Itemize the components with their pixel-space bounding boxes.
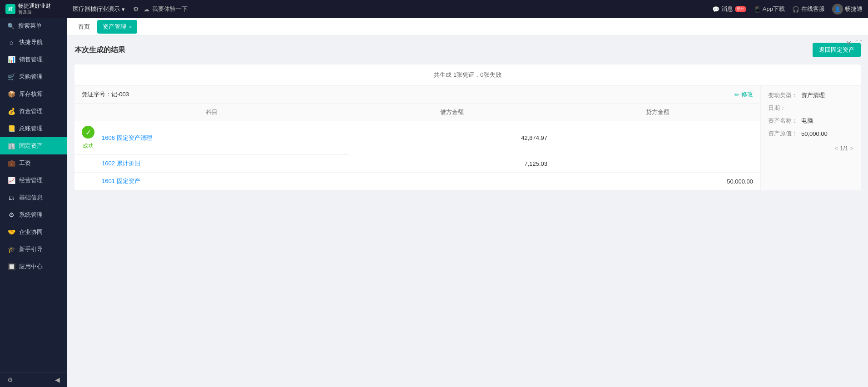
voucher-main: 凭证字号：记-003 ✏ 修改 科目 借方金额 贷 xyxy=(74,86,761,190)
sidebar: 🔍 搜索菜单 ⌂ 快捷导航 📊 销售管理 🛒 采购管理 📦 库存核算 💰 资金管… xyxy=(0,18,67,387)
online-service-label: 在线客服 xyxy=(801,5,825,13)
experience-label: 我要体验一下 xyxy=(152,5,188,13)
tab-asset-management[interactable]: 资产管理 × xyxy=(97,20,137,34)
asset-name-label: 资产名称： xyxy=(768,117,798,125)
voucher-right-panel: 变动类型： 资产清理 日期： 资产名称： 电脑 资产原值： xyxy=(761,86,861,190)
app-download-button[interactable]: 📱 App下载 xyxy=(754,5,785,13)
tab-close-icon[interactable]: × xyxy=(129,24,132,30)
sidebar-search[interactable]: 🔍 搜索菜单 xyxy=(0,18,67,34)
sidebar-item-label: 工资 xyxy=(19,159,31,167)
pagination: < 1/1 > xyxy=(768,145,853,152)
voucher-no: 凭证字号：记-003 xyxy=(82,90,129,99)
sidebar-item-payroll[interactable]: 💼 工资 xyxy=(0,154,67,172)
home-icon: ⌂ xyxy=(7,38,15,46)
table-row: ✓ 成功 1606 固定资产清理 42,874.97 xyxy=(74,121,760,155)
modal-expand-button[interactable]: ⛶ xyxy=(855,39,863,48)
sidebar-item-funds[interactable]: 💰 资金管理 xyxy=(0,103,67,120)
operations-icon: 📈 xyxy=(7,176,15,184)
sidebar-toggle-icon[interactable]: ◀ xyxy=(55,376,60,383)
sidebar-item-basics[interactable]: 🗂 基础信息 xyxy=(0,189,67,206)
sidebar-item-system[interactable]: ⚙ 系统管理 xyxy=(0,206,67,223)
success-label: 成功 xyxy=(83,142,94,150)
sidebar-item-label: 应用中心 xyxy=(19,263,43,271)
search-label: 搜索菜单 xyxy=(18,22,42,30)
page-header: 本次生成的结果 返回固定资产 xyxy=(74,43,861,57)
user-label: 畅捷通 xyxy=(845,5,863,13)
next-page-icon[interactable]: > xyxy=(850,145,853,152)
sidebar-item-label: 销售管理 xyxy=(19,55,43,64)
purchase-icon: 🛒 xyxy=(7,73,15,81)
success-icon: ✓ xyxy=(82,126,94,139)
sidebar-item-guide[interactable]: 🎓 新手引导 xyxy=(0,241,67,258)
user-menu[interactable]: 👤 畅捷通 xyxy=(832,4,863,15)
page-indicator: 1/1 xyxy=(840,145,848,152)
experience-button[interactable]: ☁ 我要体验一下 xyxy=(144,5,188,13)
prev-page-icon[interactable]: < xyxy=(835,145,838,152)
tab-bar: 首页 资产管理 × xyxy=(67,18,868,35)
sidebar-item-quick-nav[interactable]: ⌂ 快捷导航 xyxy=(0,34,67,51)
edit-label: 修改 xyxy=(741,90,753,99)
sidebar-item-fixed-assets[interactable]: 🏢 固定资产 xyxy=(0,137,67,154)
sidebar-item-label: 系统管理 xyxy=(19,211,43,219)
search-icon: 🔍 xyxy=(7,23,15,30)
company-selector[interactable]: 医疗器械行业演示 ▾ xyxy=(69,5,129,13)
col-debit-header: 借方金额 xyxy=(349,104,555,121)
content-area: 首页 资产管理 × ✕ ⛶ 本次生成的结果 返回固定资产 共生成 1张凭证，0张… xyxy=(67,18,868,387)
topbar-right: 💬 消息 99+ 📱 App下载 🎧 在线客服 👤 畅捷通 xyxy=(712,4,863,15)
guide-icon: 🎓 xyxy=(7,245,15,253)
sidebar-bottom: ⚙ ◀ xyxy=(0,372,67,387)
sidebar-item-label: 企业协同 xyxy=(19,228,43,236)
asset-value-row: 资产原值： 50,000.00 xyxy=(768,129,853,138)
col-credit-header: 贷方金额 xyxy=(555,104,760,121)
basics-icon: 🗂 xyxy=(7,194,15,202)
messages-button[interactable]: 💬 消息 99+ xyxy=(712,5,746,13)
sidebar-item-label: 采购管理 xyxy=(19,73,43,81)
sidebar-item-label: 总账管理 xyxy=(19,124,43,133)
sidebar-item-label: 固定资产 xyxy=(19,142,43,150)
sidebar-item-operations[interactable]: 📈 经营管理 xyxy=(0,172,67,189)
app-download-label: App下载 xyxy=(763,5,785,13)
result-summary: 共生成 1张凭证，0张失败 xyxy=(74,64,861,86)
brand-name: 畅捷通好业财 xyxy=(18,3,51,9)
sidebar-item-label: 快捷导航 xyxy=(19,38,43,46)
sidebar-item-purchase[interactable]: 🛒 采购管理 xyxy=(0,68,67,85)
edit-icon: ✏ xyxy=(734,91,739,98)
modal-close-button[interactable]: ✕ xyxy=(846,39,852,48)
row2-credit xyxy=(555,155,760,173)
row3-subject: 1601 固定资产 xyxy=(102,178,140,184)
row3-debit xyxy=(349,173,555,190)
sidebar-item-label: 基础信息 xyxy=(19,194,43,202)
fixed-assets-icon: 🏢 xyxy=(7,142,15,150)
change-type-row: 变动类型： 资产清理 xyxy=(768,91,853,99)
tab-home[interactable]: 首页 xyxy=(74,23,94,31)
sidebar-item-inventory[interactable]: 📦 库存核算 xyxy=(0,85,67,103)
row1-debit: 42,874.97 xyxy=(349,121,555,155)
online-service-button[interactable]: 🎧 在线客服 xyxy=(792,5,825,13)
messages-label: 消息 xyxy=(721,5,733,13)
sidebar-item-app-center[interactable]: 🔲 应用中心 xyxy=(0,258,67,275)
page-title: 本次生成的结果 xyxy=(74,45,125,55)
voucher-section: 凭证字号：记-003 ✏ 修改 科目 借方金额 贷 xyxy=(74,86,861,190)
company-name: 医疗器械行业演示 xyxy=(73,5,120,13)
page-content: ✕ ⛶ 本次生成的结果 返回固定资产 共生成 1张凭证，0张失败 凭证字号：记-… xyxy=(67,35,868,387)
messages-badge: 99+ xyxy=(735,6,746,12)
settings-icon[interactable]: ⚙ xyxy=(133,5,139,13)
modal-controls: ✕ ⛶ xyxy=(846,39,863,48)
sidebar-settings-icon[interactable]: ⚙ xyxy=(7,376,13,383)
sidebar-item-ledger[interactable]: 📒 总账管理 xyxy=(0,120,67,137)
asset-value-label: 资产原值： xyxy=(768,129,798,138)
sidebar-item-label: 资金管理 xyxy=(19,107,43,115)
table-row: 1602 累计折旧 7,125.03 xyxy=(74,155,760,173)
cloud-icon: ☁ xyxy=(144,6,149,13)
sidebar-item-enterprise[interactable]: 🤝 企业协同 xyxy=(0,223,67,241)
funds-icon: 💰 xyxy=(7,107,15,115)
system-icon: ⚙ xyxy=(7,211,15,219)
voucher-table: 科目 借方金额 贷方金额 ✓ 成 xyxy=(74,104,760,190)
result-card: 共生成 1张凭证，0张失败 凭证字号：记-003 ✏ 修改 xyxy=(74,64,861,190)
edit-button[interactable]: ✏ 修改 xyxy=(734,90,753,99)
row3-credit: 50,000.00 xyxy=(555,173,760,190)
topbar: 财 畅捷通好业财 普及版 医疗器械行业演示 ▾ ⚙ ☁ 我要体验一下 💬 消息 … xyxy=(0,0,868,18)
row1-subject: 1606 固定资产清理 xyxy=(102,134,152,142)
sidebar-item-sales[interactable]: 📊 销售管理 xyxy=(0,51,67,68)
avatar: 👤 xyxy=(832,4,843,15)
